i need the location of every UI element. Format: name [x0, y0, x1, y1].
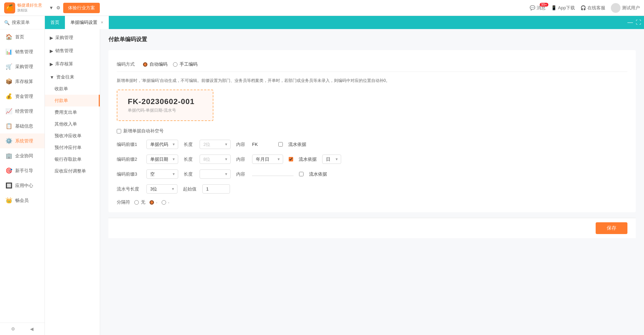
auto-encode-radio[interactable] [143, 62, 147, 67]
sub-sidebar-purchase-header[interactable]: ▶ 采购管理 [45, 32, 100, 44]
tabbar-actions: — ⛶ [627, 19, 644, 26]
sub-sidebar-item-receipt[interactable]: 收款单 [45, 83, 100, 95]
code-preview-main: FK-20230602-001 [128, 97, 202, 106]
sidebar-item-purchase[interactable]: 🛒 采购管理 [0, 59, 45, 74]
separator-row: 分隔符 无 · · [117, 199, 627, 205]
message-icon: 💬 [530, 5, 535, 10]
encoding-type-label: 编码方式 [117, 61, 135, 67]
logo-text: 畅捷通好生意 [17, 3, 42, 8]
sub-sidebar-item-other-income[interactable]: 其他收入单 [45, 118, 100, 130]
guide-icon: 🎯 [6, 167, 12, 174]
length2-select[interactable]: 2位 4位 6位 8位 [200, 155, 231, 164]
settings-card: 编码方式 自动编码 手工编码 [108, 50, 636, 212]
sub-sidebar-group-inventory: ▶ 库存核算 [45, 58, 100, 70]
tab-home[interactable]: 首页 [45, 16, 65, 29]
stream2-label: 流水依据 [299, 156, 317, 162]
topbar: 🍊 畅捷通好生意 旗舰版 ▼ ⚙ 体验行业方案 💬 消息 99+ 📱 App下载… [0, 0, 644, 16]
appstore-icon: 🔲 [6, 182, 12, 189]
auto-encode-option[interactable]: 自动编码 [143, 61, 167, 67]
stream1-checkbox[interactable] [278, 142, 283, 147]
separator-none-option[interactable]: 无 [134, 199, 145, 205]
sidebar-item-finance[interactable]: 💰 资金管理 [0, 89, 45, 104]
sidebar-item-appstore[interactable]: 🔲 应用中心 [0, 178, 45, 193]
sub-sidebar: ▶ 采购管理 ▶ 销售管理 ▶ 库存核算 [45, 29, 100, 335]
logo: 🍊 畅捷通好生意 旗舰版 [4, 2, 49, 13]
sub-sidebar-inventory-header[interactable]: ▶ 库存核算 [45, 58, 100, 70]
user-avatar[interactable]: 测试用户 [611, 3, 640, 13]
stream3-checkbox[interactable] [299, 172, 304, 176]
length1-select-wrap: 2位 4位 6位 8位 ▼ [200, 140, 231, 149]
sidebar-item-operation[interactable]: 📈 经营管理 [0, 104, 45, 119]
topbar-dropdown[interactable]: ▼ [49, 5, 54, 10]
sub-sidebar-group-sales: ▶ 销售管理 [45, 45, 100, 57]
length1-select[interactable]: 2位 4位 6位 8位 [200, 140, 231, 149]
info-text: 新增单据时，'单据编码'自动生成，不可编辑。前缀设置为部门、业务员等档案类，开单… [117, 77, 627, 84]
sub-sidebar-item-expense[interactable]: 费用支出单 [45, 106, 100, 118]
sidebar-collapse-icon[interactable]: ◀ [30, 326, 33, 332]
sub-sidebar-group-capital: ▼ 资金往来 收款单 付款单 费用支出单 其他收入单 [45, 71, 100, 177]
enterprise-icon: 🏢 [6, 152, 12, 159]
auto-fill-checkbox[interactable] [117, 129, 121, 133]
sidebar-item-guide[interactable]: 🎯 新手引导 [0, 163, 45, 178]
prefix3-select[interactable]: 单据代码 单据日期 部门 业务员 空 [146, 169, 178, 179]
sidebar-item-enterprise[interactable]: 🏢 企业协同 [0, 148, 45, 163]
manual-encode-radio[interactable] [173, 62, 177, 67]
sub-sidebar-item-bank-deposit[interactable]: 银行存取款单 [45, 153, 100, 165]
length2-label: 长度 [184, 156, 194, 162]
stream2-day-select[interactable]: 日 月 年 [322, 155, 341, 164]
serial-length-select[interactable]: 2位 3位 4位 5位 [146, 184, 177, 194]
demo-button[interactable]: 体验行业方案 [63, 3, 100, 13]
app-download-button[interactable]: 📱 App下载 [551, 5, 575, 11]
sub-sidebar-group-purchase: ▶ 采购管理 [45, 32, 100, 44]
messages-button[interactable]: 💬 消息 99+ [530, 5, 546, 11]
sub-sidebar-item-ar-ap-adjust[interactable]: 应收应付调整单 [45, 165, 100, 177]
sidebar: 🔍 搜索菜单 🏠 首页 📊 销售管理 🛒 采购管理 📦 库存核算 💰 [0, 16, 45, 335]
tabbar-maximize-icon[interactable]: ⛶ [636, 19, 641, 26]
start-value-input[interactable] [202, 184, 230, 194]
sidebar-item-sales[interactable]: 📊 销售管理 [0, 44, 45, 59]
sidebar-item-basic[interactable]: 📋 基础信息 [0, 119, 45, 133]
system-icon: ⚙️ [6, 138, 12, 144]
search-menu[interactable]: 🔍 搜索菜单 [0, 16, 45, 29]
save-button[interactable]: 保存 [596, 222, 627, 234]
content2-select[interactable]: 年月日 年月 年 [252, 155, 283, 164]
separator-dot2-radio[interactable] [162, 200, 166, 205]
chevron-right-icon: ▶ [50, 35, 53, 40]
prefix-row-3: 编码前缀3 单据代码 单据日期 部门 业务员 空 ▼ 长度 [117, 169, 627, 179]
stream2-checkbox[interactable] [289, 157, 293, 161]
sidebar-item-inventory[interactable]: 📦 库存核算 [0, 74, 45, 89]
separator-dot-radio[interactable] [150, 200, 154, 205]
settings-icon[interactable]: ⚙ [56, 5, 60, 10]
start-value-label: 起始值 [183, 186, 197, 192]
prefix2-select[interactable]: 单据代码 单据日期 部门 业务员 空 [146, 155, 178, 164]
sub-sidebar-item-payment[interactable]: 付款单 [45, 95, 100, 106]
sub-sidebar-item-prepay-receivable[interactable]: 预收冲应收单 [45, 130, 100, 142]
online-service-button[interactable]: 🎧 在线客服 [580, 5, 605, 11]
tabbar-minimize-icon[interactable]: — [627, 19, 633, 26]
main-panel: 付款单编码设置 编码方式 自动编码 手工编码 [100, 29, 644, 335]
length3-select[interactable] [200, 169, 231, 179]
service-icon: 🎧 [580, 5, 586, 10]
sub-sidebar-item-prepay-payable[interactable]: 预付冲应付单 [45, 142, 100, 153]
prefix1-select[interactable]: 单据代码 单据日期 部门 业务员 空 [146, 140, 178, 149]
chevron-right-icon: ▶ [50, 48, 53, 54]
manual-encode-option[interactable]: 手工编码 [173, 61, 198, 67]
tab-close-icon[interactable]: × [101, 20, 103, 25]
sidebar-item-member[interactable]: 👑 畅会员 [0, 193, 45, 208]
sidebar-item-system[interactable]: ⚙️ 系统管理 [0, 133, 45, 148]
sidebar-item-home[interactable]: 🏠 首页 [0, 29, 45, 44]
code-preview-sub: 单据代码-单据日期-流水号 [128, 108, 202, 113]
member-icon: 👑 [6, 197, 12, 204]
tab-encode-settings[interactable]: 单据编码设置 × [65, 16, 109, 29]
separator-dot2-option[interactable]: · [162, 200, 170, 205]
topbar-right: 💬 消息 99+ 📱 App下载 🎧 在线客服 测试用户 [530, 3, 640, 13]
sidebar-settings-icon[interactable]: ⚙ [11, 326, 15, 332]
sub-sidebar-sales-header[interactable]: ▶ 销售管理 [45, 45, 100, 57]
layout: 🔍 搜索菜单 🏠 首页 📊 销售管理 🛒 采购管理 📦 库存核算 💰 [0, 16, 644, 335]
separator-dot-option[interactable]: · [150, 200, 157, 205]
sub-sidebar-capital-header[interactable]: ▼ 资金往来 [45, 71, 100, 83]
separator-none-radio[interactable] [134, 200, 139, 205]
search-icon: 🔍 [4, 20, 10, 25]
tabbar: 首页 单据编码设置 × — ⛶ [45, 16, 644, 29]
sidebar-nav: 🏠 首页 📊 销售管理 🛒 采购管理 📦 库存核算 💰 资金管理 📈 经 [0, 29, 45, 323]
